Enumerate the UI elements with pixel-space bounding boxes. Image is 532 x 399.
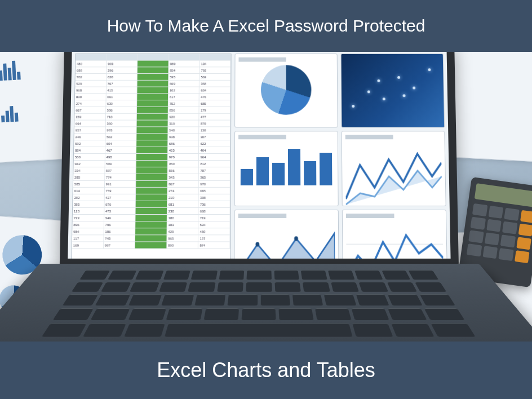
chart-card-bars (234, 131, 339, 206)
svg-marker-0 (238, 233, 335, 259)
svg-point-1 (255, 242, 259, 246)
top-title: How To Make A Excel Password Protected (107, 16, 425, 36)
chart-card-area (234, 210, 339, 259)
dashboard-panel (234, 54, 447, 259)
chart-card-pie (234, 54, 338, 127)
hero-illustration: /*rows generated below via JS*/ 48090398… (0, 52, 532, 342)
scatter-chart-icon (342, 54, 445, 127)
bottom-title: Excel Charts and Tables (157, 358, 375, 382)
chart-card-line2 (342, 210, 448, 259)
spreadsheet-panel: /*rows generated below via JS*/ 48090398… (70, 54, 231, 259)
top-banner: How To Make A Excel Password Protected (0, 0, 532, 52)
bottom-banner: Excel Charts and Tables (0, 342, 532, 399)
calculator-display (475, 183, 532, 207)
bar-chart-icon (238, 143, 335, 188)
laptop-screen: /*rows generated below via JS*/ 48090398… (68, 52, 450, 259)
chart-card-line (342, 131, 446, 206)
line-chart-icon (345, 143, 442, 206)
laptop-keyboard (0, 264, 532, 342)
chart-card-scatter (341, 54, 445, 127)
laptop: /*rows generated below via JS*/ 48090398… (62, 52, 468, 339)
line-chart-icon (346, 221, 444, 259)
pie-chart-icon (261, 65, 312, 114)
laptop-screen-frame: /*rows generated below via JS*/ 48090398… (60, 52, 459, 267)
area-chart-icon (238, 221, 335, 259)
svg-point-3 (294, 236, 298, 241)
